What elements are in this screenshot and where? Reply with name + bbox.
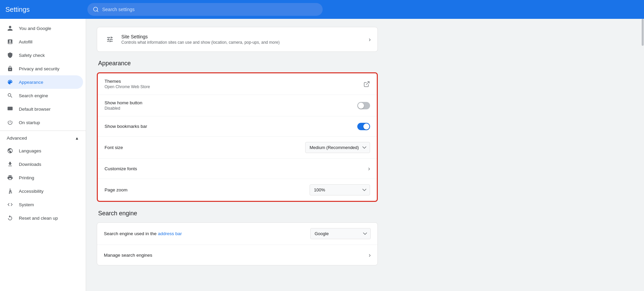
sidebar-label-search-engine: Search engine <box>19 93 48 98</box>
sidebar-label-system: System <box>19 202 34 207</box>
show-home-button-toggle[interactable] <box>357 102 370 109</box>
print-icon <box>7 174 13 181</box>
show-bookmarks-bar-toggle-container <box>357 123 370 130</box>
svg-point-3 <box>10 189 11 190</box>
main-content: Site Settings Controls what information … <box>86 19 389 291</box>
customize-fonts-row[interactable]: Customize fonts › <box>98 159 377 179</box>
toggle-knob-bookmarks <box>363 123 369 130</box>
customize-fonts-action: › <box>365 165 370 172</box>
power-icon <box>7 119 13 126</box>
show-bookmarks-bar-row[interactable]: Show bookmarks bar <box>98 116 377 137</box>
themes-subtitle: Open Chrome Web Store <box>105 84 363 89</box>
font-size-title: Font size <box>105 145 305 150</box>
themes-title: Themes <box>105 79 363 84</box>
site-settings-chevron-icon: › <box>369 36 371 43</box>
search-engine-icon <box>7 92 13 99</box>
site-settings-icon <box>104 33 116 45</box>
sidebar-item-privacy-security[interactable]: Privacy and security <box>0 62 83 75</box>
manage-search-engines-text: Manage search engines <box>104 253 366 258</box>
font-size-action: Very Small Small Medium (Recommended) La… <box>305 142 370 153</box>
toggle-knob <box>358 103 364 109</box>
sidebar-label-on-startup: On startup <box>19 120 40 125</box>
sidebar-item-accessibility[interactable]: Accessibility <box>0 184 83 198</box>
manage-search-engines-title: Manage search engines <box>104 253 366 258</box>
sidebar-item-system[interactable]: System <box>0 198 83 211</box>
advanced-section-header[interactable]: Advanced ▲ <box>0 132 86 144</box>
globe-icon <box>7 147 13 154</box>
sidebar-label-autofill: Autofill <box>19 39 33 44</box>
scrollbar <box>641 19 644 291</box>
accessibility-icon <box>7 188 13 194</box>
sidebar-item-autofill[interactable]: Autofill <box>0 35 83 48</box>
sidebar-item-downloads[interactable]: Downloads <box>0 157 83 171</box>
customize-fonts-text: Customize fonts <box>105 166 365 171</box>
person-icon <box>7 25 13 32</box>
sidebar-label-printing: Printing <box>19 175 34 180</box>
header: Settings <box>0 0 644 19</box>
show-home-button-subtitle: Disabled <box>105 106 357 111</box>
show-bookmarks-bar-text: Show bookmarks bar <box>105 124 357 129</box>
site-settings-card: Site Settings Controls what information … <box>97 27 378 52</box>
palette-icon <box>7 79 13 85</box>
address-bar-search-label: Search engine used in the address bar <box>104 231 310 236</box>
search-engine-section-title: Search engine <box>97 210 378 217</box>
address-bar-label-prefix: Search engine used in the <box>104 231 158 236</box>
sidebar-label-privacy-security: Privacy and security <box>19 66 59 71</box>
site-settings-row[interactable]: Site Settings Controls what information … <box>97 27 377 51</box>
show-home-button-row[interactable]: Show home button Disabled <box>98 95 377 116</box>
customize-fonts-chevron-icon: › <box>368 165 370 172</box>
sidebar-item-default-browser[interactable]: Default browser <box>0 102 83 116</box>
sidebar-item-you-and-google[interactable]: You and Google <box>0 22 83 35</box>
search-icon <box>93 6 99 12</box>
svg-line-1 <box>97 10 98 11</box>
font-size-row: Font size Very Small Small Medium (Recom… <box>98 137 377 159</box>
show-bookmarks-bar-title: Show bookmarks bar <box>105 124 357 129</box>
address-bar-search-row: Search engine used in the address bar Go… <box>97 223 377 245</box>
sidebar-item-on-startup[interactable]: On startup <box>0 116 83 129</box>
layout: You and Google Autofill Safety check Pri… <box>0 19 644 291</box>
scroll-thumb[interactable] <box>642 19 644 46</box>
font-size-select[interactable]: Very Small Small Medium (Recommended) La… <box>305 142 370 153</box>
autofill-icon <box>7 38 13 45</box>
settings-title: Settings <box>5 6 79 13</box>
page-zoom-title: Page zoom <box>105 187 310 192</box>
page-zoom-row: Page zoom 75% 90% 100% 110% 125% 150% 17… <box>98 179 377 201</box>
system-icon <box>7 201 13 208</box>
sidebar-label-languages: Languages <box>19 148 41 153</box>
sidebar-label-reset-clean: Reset and clean up <box>19 216 58 221</box>
sidebar-item-appearance[interactable]: Appearance <box>0 75 83 89</box>
show-home-button-title: Show home button <box>105 100 357 105</box>
site-settings-subtitle: Controls what information sites can use … <box>121 40 366 45</box>
show-home-button-text: Show home button Disabled <box>105 100 357 111</box>
search-input[interactable] <box>102 7 317 12</box>
address-bar-search-action: Google Bing Yahoo! DuckDuckGo Ecosia <box>310 228 371 239</box>
sidebar: You and Google Autofill Safety check Pri… <box>0 19 86 291</box>
search-engine-select[interactable]: Google Bing Yahoo! DuckDuckGo Ecosia <box>310 228 371 239</box>
sidebar-item-reset-clean[interactable]: Reset and clean up <box>0 211 83 225</box>
customize-fonts-title: Customize fonts <box>105 166 365 171</box>
sidebar-item-safety-check[interactable]: Safety check <box>0 48 83 62</box>
appearance-card: Themes Open Chrome Web Store Show home b… <box>97 72 378 202</box>
search-bar[interactable] <box>87 3 323 16</box>
show-home-button-toggle-container <box>357 102 370 109</box>
manage-search-engines-row[interactable]: Manage search engines › <box>97 245 377 265</box>
reset-icon <box>7 215 13 221</box>
sidebar-divider <box>0 131 86 131</box>
advanced-label: Advanced <box>7 136 27 141</box>
site-settings-text: Site Settings Controls what information … <box>121 34 366 45</box>
site-settings-title: Site Settings <box>121 34 366 39</box>
themes-row[interactable]: Themes Open Chrome Web Store <box>98 73 377 95</box>
page-zoom-select[interactable]: 75% 90% 100% 110% 125% 150% 175% 200% <box>310 184 370 195</box>
manage-search-engines-chevron-icon: › <box>369 252 371 259</box>
show-bookmarks-bar-toggle[interactable] <box>357 123 370 130</box>
address-bar-link[interactable]: address bar <box>158 231 182 236</box>
sidebar-item-search-engine[interactable]: Search engine <box>0 89 83 102</box>
themes-text: Themes Open Chrome Web Store <box>105 79 363 89</box>
download-icon <box>7 161 13 168</box>
sidebar-item-languages[interactable]: Languages <box>0 144 83 157</box>
search-engine-card: Search engine used in the address bar Go… <box>97 222 378 265</box>
sidebar-item-printing[interactable]: Printing <box>0 171 83 184</box>
external-link-icon[interactable] <box>363 81 370 87</box>
sidebar-label-you-and-google: You and Google <box>19 26 51 31</box>
svg-rect-2 <box>8 107 13 110</box>
